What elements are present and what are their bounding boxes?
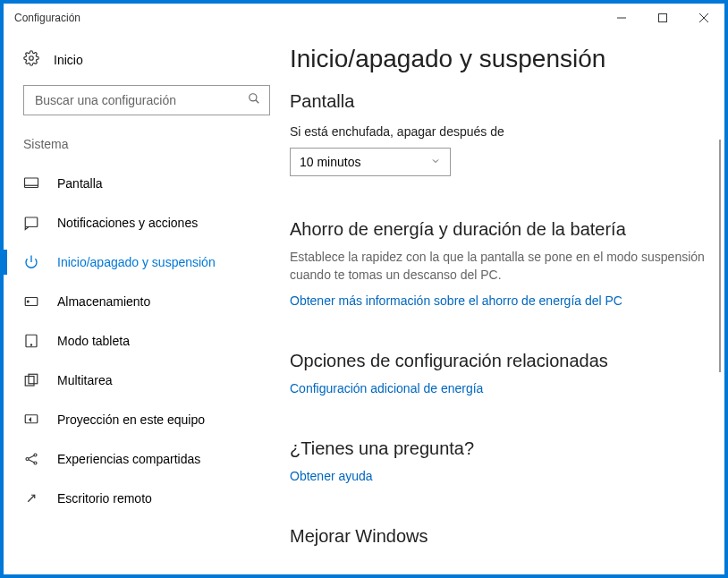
sidebar-item-label: Modo tableta: [57, 334, 130, 348]
main-content: Inicio/apagado y suspensión Pantalla Si …: [290, 32, 724, 574]
svg-point-18: [26, 458, 29, 461]
section-question-heading: ¿Tienes una pregunta?: [290, 438, 708, 459]
sidebar-item-power[interactable]: Inicio/apagado y suspensión: [4, 242, 290, 282]
share-icon: [23, 451, 39, 467]
sidebar-item-display[interactable]: Pantalla: [4, 164, 290, 203]
svg-line-6: [256, 100, 259, 104]
get-help-link[interactable]: Obtener ayuda: [290, 469, 373, 483]
battery-description: Establece la rapidez con la que la panta…: [290, 249, 708, 284]
titlebar: Configuración: [4, 4, 724, 32]
project-icon: [23, 412, 39, 428]
window-body: Inicio Sistema Pantalla Notificaciones y…: [4, 32, 724, 574]
tablet-icon: [23, 333, 39, 349]
svg-rect-7: [25, 178, 38, 188]
section-improve-heading: Mejorar Windows: [290, 526, 708, 547]
svg-point-19: [34, 454, 37, 456]
sidebar-item-label: Almacenamiento: [57, 294, 150, 309]
sidebar-item-remote[interactable]: Escritorio remoto: [4, 479, 290, 518]
sidebar-item-label: Escritorio remoto: [57, 491, 152, 506]
svg-line-21: [29, 455, 34, 458]
search-icon: [248, 92, 260, 108]
search-input[interactable]: [35, 93, 248, 107]
power-icon: [23, 254, 39, 270]
svg-point-14: [30, 344, 31, 345]
search-box[interactable]: [23, 85, 270, 115]
minimize-button[interactable]: [601, 4, 642, 32]
sidebar-item-label: Notificaciones y acciones: [57, 216, 198, 230]
remote-icon: [23, 490, 39, 506]
close-button[interactable]: [683, 4, 724, 32]
display-icon: [23, 175, 39, 191]
sidebar-item-multitask[interactable]: Multitarea: [4, 361, 290, 400]
storage-icon: [23, 293, 39, 310]
svg-rect-1: [659, 14, 667, 22]
window-title: Configuración: [14, 12, 601, 24]
notification-icon: [23, 215, 39, 231]
battery-more-info-link[interactable]: Obtener más información sobre el ahorro …: [290, 293, 622, 308]
screen-plugged-label: Si está enchufada, apagar después de: [290, 124, 708, 139]
svg-point-5: [250, 94, 257, 101]
section-related-heading: Opciones de configuración relacionadas: [290, 351, 708, 371]
sidebar-item-storage[interactable]: Almacenamiento: [4, 282, 290, 321]
sidebar-item-label: Pantalla: [57, 176, 103, 191]
chevron-down-icon: [430, 155, 441, 169]
sidebar-item-notifications[interactable]: Notificaciones y acciones: [4, 203, 290, 242]
sidebar-item-project[interactable]: Proyección en este equipo: [4, 400, 290, 439]
sidebar-group-label: Sistema: [4, 132, 290, 164]
sidebar-item-label: Proyección en este equipo: [57, 412, 205, 427]
home-label: Inicio: [54, 53, 83, 67]
search-wrap: [4, 85, 290, 132]
svg-point-12: [27, 301, 29, 302]
screen-timeout-dropdown[interactable]: 10 minutos: [290, 148, 451, 176]
settings-window: Configuración Inicio: [4, 4, 724, 574]
dropdown-value: 10 minutos: [300, 155, 430, 169]
sidebar-item-label: Experiencias compartidas: [57, 452, 200, 466]
sidebar: Inicio Sistema Pantalla Notificaciones y…: [4, 32, 290, 574]
section-battery-heading: Ahorro de energía y duración de la bater…: [290, 219, 708, 240]
svg-line-22: [29, 460, 34, 463]
svg-rect-9: [25, 217, 38, 227]
svg-rect-15: [25, 377, 34, 387]
related-power-link[interactable]: Configuración adicional de energía: [290, 381, 483, 395]
svg-rect-16: [29, 374, 38, 384]
section-screen-heading: Pantalla: [290, 91, 708, 112]
multitask-icon: [23, 372, 39, 388]
sidebar-item-shared[interactable]: Experiencias compartidas: [4, 439, 290, 479]
home-button[interactable]: Inicio: [4, 41, 290, 78]
svg-point-4: [30, 56, 34, 61]
sidebar-item-tablet[interactable]: Modo tableta: [4, 321, 290, 361]
sidebar-item-label: Inicio/apagado y suspensión: [57, 255, 216, 269]
maximize-button[interactable]: [642, 4, 683, 32]
scrollbar[interactable]: [719, 140, 721, 372]
sidebar-item-label: Multitarea: [57, 373, 112, 387]
svg-point-20: [34, 462, 37, 464]
page-title: Inicio/apagado y suspensión: [290, 45, 708, 73]
gear-icon: [23, 50, 39, 69]
